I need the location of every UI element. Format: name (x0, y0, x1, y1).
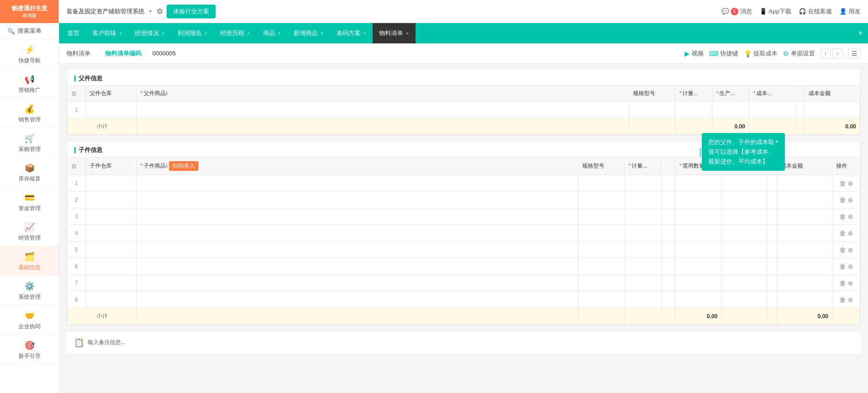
user-item[interactable]: 👤 用友 (839, 7, 861, 16)
child-price-cell[interactable] (722, 291, 768, 308)
child-warehouse-cell[interactable] (86, 275, 137, 291)
parent-cost-cell[interactable] (749, 102, 796, 118)
search-menu-item[interactable]: 🔍 搜索菜单 (0, 23, 59, 39)
child-warehouse-cell[interactable] (86, 208, 137, 225)
child-qty-cell[interactable] (675, 258, 722, 275)
child-product-cell[interactable] (137, 192, 579, 208)
breadcrumb-bom-list[interactable]: 物料清单 (66, 49, 90, 58)
child-price-cell[interactable] (722, 192, 768, 208)
tab-customer-close[interactable]: × (119, 30, 122, 36)
copy-row-icon[interactable]: ⊕ (848, 246, 853, 254)
child-col-settings[interactable]: ⚙ (67, 157, 86, 175)
try-industry-button[interactable]: 体验行业方案 (167, 5, 216, 18)
tab-bom[interactable]: 物料清单 × (373, 23, 415, 43)
tab-bom-close[interactable]: × (406, 30, 409, 36)
delete-row-icon[interactable]: 🗑 (839, 213, 846, 220)
child-product-cell[interactable] (137, 275, 579, 291)
tab-customer[interactable]: 客户联络 × (86, 23, 128, 43)
copy-row-icon[interactable]: ⊕ (848, 180, 853, 187)
child-amount-cell[interactable] (777, 242, 832, 258)
child-warehouse-cell[interactable] (86, 258, 137, 275)
child-amount-cell[interactable] (777, 291, 832, 308)
tab-operations-close[interactable]: × (162, 30, 164, 36)
tab-barcode[interactable]: 条码方案 × (330, 23, 373, 43)
child-qty-cell[interactable] (675, 208, 722, 225)
sidebar-item-sales[interactable]: 💰 销售管理 (0, 98, 59, 128)
child-product-cell[interactable] (137, 208, 579, 225)
child-unit-cell[interactable] (625, 291, 662, 308)
child-settings-icon[interactable]: ⚙ (71, 163, 77, 170)
list-view-button[interactable]: ☰ (848, 48, 861, 59)
child-price-cell[interactable] (722, 175, 768, 192)
child-unit-cell[interactable] (625, 192, 662, 208)
child-qty-cell[interactable] (675, 291, 722, 308)
child-warehouse-cell[interactable] (86, 291, 137, 308)
col-settings[interactable]: ⚙ (67, 86, 86, 102)
child-warehouse-cell[interactable] (86, 192, 137, 208)
child-amount-cell[interactable] (777, 208, 832, 225)
child-price-cell[interactable] (722, 242, 768, 258)
child-spec-cell[interactable] (579, 225, 625, 242)
message-item[interactable]: 💬 6 消息 (722, 7, 752, 16)
child-unit-cell[interactable] (625, 225, 662, 242)
child-qty-cell[interactable] (675, 175, 722, 192)
tab-history[interactable]: 经营历程 × (214, 23, 256, 43)
tab-profit[interactable]: 利润报告 × (171, 23, 214, 43)
child-product-cell[interactable] (137, 291, 579, 308)
child-unit-cell[interactable] (625, 175, 662, 192)
tab-goods-close[interactable]: × (278, 30, 281, 36)
sidebar-item-inventory[interactable]: 📦 库存核算 (0, 157, 59, 187)
delete-row-icon[interactable]: 🗑 (839, 263, 846, 270)
child-amount-cell[interactable] (777, 175, 832, 192)
child-product-cell[interactable] (137, 225, 579, 242)
note-placeholder[interactable]: 输入备注信息... (88, 339, 126, 346)
video-button[interactable]: ▶ 视频 (685, 49, 704, 58)
child-spec-cell[interactable] (579, 258, 625, 275)
child-qty-cell[interactable] (675, 225, 722, 242)
child-price-cell[interactable] (722, 258, 768, 275)
child-amount-cell[interactable] (777, 275, 832, 291)
child-spec-cell[interactable] (579, 242, 625, 258)
delete-row-icon[interactable]: 🗑 (839, 180, 846, 187)
child-warehouse-cell[interactable] (86, 225, 137, 242)
parent-unit-cell[interactable] (675, 102, 712, 118)
parent-product-cell[interactable] (137, 102, 629, 118)
tab-operations[interactable]: 经营情况 × (128, 23, 171, 43)
parent-warehouse-cell[interactable] (86, 102, 137, 118)
delete-row-icon[interactable]: 🗑 (839, 196, 846, 204)
tab-new-goods[interactable]: 新增商品 × (287, 23, 330, 43)
scan-input-button[interactable]: 扫码录入 (169, 161, 199, 171)
shortcut-button[interactable]: ⌨ 快捷键 (709, 49, 738, 58)
child-price-cell[interactable] (722, 275, 768, 291)
delete-row-icon[interactable]: 🗑 (839, 246, 846, 254)
copy-row-icon[interactable]: ⊕ (848, 196, 853, 204)
tab-history-close[interactable]: × (247, 30, 250, 36)
child-unit-cell[interactable] (625, 258, 662, 275)
tab-new-goods-close[interactable]: × (320, 30, 323, 36)
child-spec-cell[interactable] (579, 208, 625, 225)
breadcrumb-bom-code[interactable]: 物料清单编码 (105, 49, 141, 58)
copy-row-icon[interactable]: ⊕ (848, 213, 853, 220)
child-qty-cell[interactable] (675, 275, 722, 291)
tab-home[interactable]: 首页 (61, 23, 86, 43)
child-product-cell[interactable] (137, 258, 579, 275)
child-qty-cell[interactable] (675, 192, 722, 208)
delete-row-icon[interactable]: 🗑 (839, 230, 846, 237)
sidebar-item-guide[interactable]: 🎯 新手引导 (0, 335, 59, 364)
child-amount-cell[interactable] (777, 225, 832, 242)
sidebar-item-system[interactable]: ⚙️ 系统管理 (0, 276, 59, 305)
parent-spec-cell[interactable] (629, 102, 675, 118)
prev-arrow-button[interactable]: ‹ (820, 48, 831, 59)
sidebar-item-operations[interactable]: 📈 经营管理 (0, 217, 59, 246)
copy-row-icon[interactable]: ⊕ (848, 263, 853, 270)
sidebar-item-quick-nav[interactable]: ⚡ 快捷导航 (0, 39, 59, 69)
copy-row-icon[interactable]: ⊕ (848, 230, 853, 237)
child-unit-cell[interactable] (625, 275, 662, 291)
child-qty-cell[interactable] (675, 242, 722, 258)
child-product-cell[interactable] (137, 175, 579, 192)
app-download-item[interactable]: 📱 App下载 (760, 7, 791, 16)
settings-gear-button[interactable]: ⚙ (157, 7, 163, 16)
sidebar-item-basic-info[interactable]: 🗂️ 基础信息 (0, 246, 59, 276)
tab-goods[interactable]: 商品 × (257, 23, 287, 43)
copy-row-icon[interactable]: ⊕ (848, 279, 853, 287)
